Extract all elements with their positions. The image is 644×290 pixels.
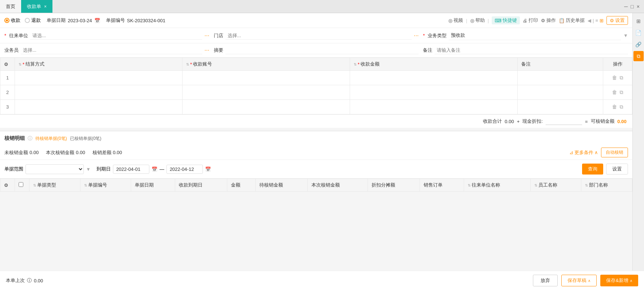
help-btn[interactable]: ◎ 帮助 bbox=[470, 17, 485, 24]
row-3-notes[interactable] bbox=[518, 100, 603, 114]
table-section: ⚙ ⇅ * 结算方式 ⇅ * bbox=[0, 58, 632, 128]
query-btn[interactable]: 查询 bbox=[582, 164, 603, 175]
bottom-th-type: ⇅ 单据类型 bbox=[30, 179, 80, 192]
header-tools: ◎ 视频 | ◎ 帮助 | ⌨ 快捷键 🖨 打印 ⚙ 操作 📋 bbox=[448, 16, 628, 25]
window-close-icon[interactable]: × bbox=[637, 4, 640, 9]
copy-icon-1[interactable]: ⧉ bbox=[620, 75, 623, 81]
range-select[interactable] bbox=[25, 164, 84, 174]
copy-icon-3[interactable]: ⧉ bbox=[620, 104, 623, 110]
shortcut-icon: ⌨ bbox=[495, 18, 502, 23]
footer-value: 0.00 bbox=[34, 278, 43, 283]
delete-icon-1[interactable]: 🗑 bbox=[612, 75, 617, 81]
row-1-account[interactable] bbox=[182, 71, 350, 85]
row-3-amount[interactable] bbox=[350, 100, 518, 114]
bottom-th-number: ⇅ 单据编号 bbox=[80, 179, 131, 192]
date-to-input[interactable] bbox=[166, 165, 203, 174]
th-notes: 备注 bbox=[518, 58, 603, 71]
footer-info-icon[interactable]: ⓘ bbox=[27, 277, 32, 284]
right-panel-icon-2[interactable]: 📄 bbox=[633, 28, 644, 38]
counterpart-more-icon[interactable]: ··· bbox=[204, 32, 209, 39]
right-panel-icon-3[interactable]: 🔗 bbox=[633, 39, 644, 50]
calendar-from-icon[interactable]: 📅 bbox=[152, 166, 157, 172]
copy-icon-2[interactable]: ⧉ bbox=[620, 89, 623, 95]
list-icon[interactable]: ≡ bbox=[595, 18, 598, 23]
row-3-account[interactable] bbox=[182, 100, 350, 114]
gear-icon: ⚙ bbox=[610, 18, 614, 23]
radio-shoukuan[interactable]: 收款 bbox=[4, 17, 20, 24]
pending-tab[interactable]: 待核销单据(0笔) bbox=[35, 136, 67, 142]
business-type-required: * bbox=[423, 33, 425, 38]
row-1-notes[interactable] bbox=[518, 71, 603, 85]
range-arrow: ▼ bbox=[86, 166, 91, 172]
right-panel-icon-4[interactable]: ⧉ bbox=[633, 51, 644, 61]
discard-btn[interactable]: 放弃 bbox=[533, 275, 558, 286]
right-panel: ⊞ 📄 🔗 ⧉ bbox=[632, 13, 644, 290]
summary-input[interactable] bbox=[225, 46, 419, 54]
delete-icon-3[interactable]: 🗑 bbox=[612, 104, 617, 110]
bottom-th-gear[interactable]: ⚙ bbox=[0, 179, 15, 192]
prev-icon[interactable]: ◀ bbox=[588, 18, 591, 23]
gear-icon-bottom: ⚙ bbox=[4, 183, 8, 188]
history-btn[interactable]: 📋 历史单据 bbox=[559, 17, 585, 24]
store-more-icon[interactable]: ··· bbox=[414, 32, 419, 39]
maximize-icon[interactable]: □ bbox=[631, 4, 633, 9]
history-icon: 📋 bbox=[559, 18, 565, 23]
staff-more-icon[interactable]: ··· bbox=[204, 47, 209, 54]
business-type-field: * 业务类型 预收款 ▼ bbox=[423, 31, 628, 40]
save-new-btn[interactable]: 保存&新增 ∧ bbox=[600, 275, 638, 286]
tab-home[interactable]: 首页 bbox=[0, 0, 21, 13]
th-gear[interactable]: ⚙ bbox=[0, 58, 15, 71]
row-3-settlement[interactable] bbox=[15, 100, 182, 114]
radio-shoukuan-label: 收款 bbox=[11, 17, 20, 24]
radio-tuikuan[interactable]: 退款 bbox=[25, 17, 41, 24]
notes-input[interactable] bbox=[435, 46, 628, 54]
right-panel-icon-1[interactable]: ⊞ bbox=[633, 16, 644, 26]
equals-sign: = bbox=[585, 119, 588, 124]
bottom-th-pending: 待核销金额 bbox=[256, 179, 308, 192]
row-2-account[interactable] bbox=[182, 85, 350, 100]
staff-input[interactable] bbox=[21, 46, 202, 54]
save-draft-chevron: ∧ bbox=[588, 279, 590, 283]
row-1-amount[interactable] bbox=[350, 71, 518, 85]
discount-input[interactable] bbox=[546, 118, 582, 125]
counterpart-input[interactable] bbox=[30, 32, 202, 40]
settings-btn[interactable]: ⚙ 设置 bbox=[606, 16, 628, 25]
store-input[interactable] bbox=[225, 32, 412, 40]
print-btn[interactable]: 🖨 打印 bbox=[523, 17, 538, 24]
date-field: 单据日期 2023-03-24 📅 bbox=[47, 17, 100, 24]
row-2-amount[interactable] bbox=[350, 85, 518, 100]
save-draft-btn[interactable]: 保存草稿 ∧ bbox=[561, 275, 597, 286]
filter-settings-btn[interactable]: 设置 bbox=[606, 164, 628, 175]
section-title: 核销明细 bbox=[4, 135, 25, 142]
bottom-th-discount: 折扣分摊额 bbox=[368, 179, 420, 192]
operations-btn[interactable]: ⚙ 操作 bbox=[541, 17, 556, 24]
number-field: 单据编号 SK-20230324-001 bbox=[106, 17, 166, 24]
tab-active[interactable]: 收款单 × bbox=[21, 0, 52, 13]
video-btn[interactable]: ◎ 视频 bbox=[448, 17, 463, 24]
info-icon[interactable]: ⓘ bbox=[28, 135, 32, 142]
date-value: 2023-03-24 bbox=[68, 18, 92, 23]
row-2-settlement[interactable] bbox=[15, 85, 182, 100]
more-conditions-btn[interactable]: ⊿ 更多条件 ∧ bbox=[569, 149, 598, 156]
tab-close-icon[interactable]: × bbox=[44, 4, 47, 9]
date-from-input[interactable] bbox=[113, 165, 149, 174]
calendar-icon[interactable]: 📅 bbox=[94, 18, 100, 23]
more-cond-label: 更多条件 bbox=[574, 149, 593, 156]
business-type-arrow[interactable]: ▼ bbox=[623, 33, 628, 38]
auto-verify-btn[interactable]: 自动核销 bbox=[601, 148, 628, 157]
tab-active-label: 收款单 bbox=[27, 3, 41, 10]
row-1-settlement[interactable] bbox=[15, 71, 182, 85]
grid-icon[interactable]: ⊞ bbox=[600, 18, 604, 23]
verified-tab[interactable]: 已核销单据(0笔) bbox=[70, 136, 102, 142]
bottom-th-checkbox[interactable] bbox=[15, 179, 30, 192]
minimize-icon[interactable]: ─ bbox=[624, 4, 628, 9]
calendar-to-icon[interactable]: 📅 bbox=[205, 166, 211, 172]
select-all-checkbox[interactable] bbox=[19, 182, 23, 187]
diff-value: 0.00 bbox=[113, 150, 122, 155]
shortcut-btn[interactable]: ⌨ 快捷键 bbox=[492, 16, 520, 24]
row-2-notes[interactable] bbox=[518, 85, 603, 100]
radio-dot-shoukuan bbox=[4, 18, 9, 23]
footer-label: 本单上次 bbox=[6, 277, 25, 284]
bottom-th-staff: ⇅ 员工名称 bbox=[530, 179, 581, 192]
delete-icon-2[interactable]: 🗑 bbox=[612, 89, 617, 95]
